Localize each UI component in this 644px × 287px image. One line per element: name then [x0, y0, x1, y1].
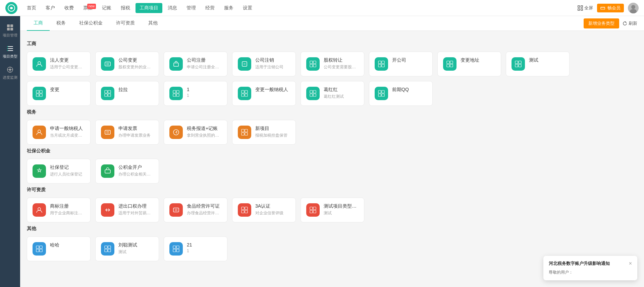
- tab-license[interactable]: 许可资质: [109, 16, 142, 31]
- card-title: 公积金开户: [118, 164, 153, 170]
- nav-operations[interactable]: 经营: [201, 3, 219, 13]
- refresh-button[interactable]: 刷新: [623, 20, 637, 26]
- card-provident-fund-account[interactable]: 公积金开户 办理公积金相关业务: [95, 159, 159, 184]
- svg-rect-57: [176, 90, 179, 93]
- card-company-register[interactable]: 公司注册 申请公司注册全流程: [164, 52, 227, 76]
- card-icon-apply-taxpayer: [33, 126, 46, 139]
- card-ge-honghong[interactable]: 葛红红 葛红红测试: [301, 81, 364, 106]
- card-1[interactable]: 1 1: [164, 81, 227, 106]
- svg-rect-59: [176, 94, 179, 96]
- card-icon-trademark-register: [33, 203, 46, 217]
- sidebar-item-project-management[interactable]: 项目管理: [0, 20, 20, 41]
- tab-tax[interactable]: 税务: [50, 16, 72, 31]
- svg-rect-67: [313, 94, 316, 96]
- card-lala[interactable]: 拉拉: [95, 81, 159, 106]
- svg-rect-66: [310, 94, 313, 96]
- card-icon-company-register: [169, 57, 183, 71]
- card-social-insurance-register[interactable]: 社保登记 进行人员社保登记: [27, 159, 91, 184]
- svg-rect-48: [36, 90, 39, 93]
- card-liucong-test[interactable]: 刘聪测试 测试: [95, 236, 159, 261]
- nav-home[interactable]: 首页: [23, 3, 40, 13]
- card-title: 进出口权办理: [118, 203, 153, 209]
- card-import-export[interactable]: 进出口权办理 适用于对外贸易经营者: [95, 198, 159, 222]
- card-3a-certification[interactable]: 3A认证 对企业信誉评级: [232, 198, 296, 222]
- svg-rect-58: [173, 94, 176, 96]
- nav-tickets[interactable]: 票据 new: [79, 3, 97, 13]
- card-qianqi-qq[interactable]: 前期QQ: [369, 81, 433, 106]
- svg-rect-93: [313, 210, 316, 213]
- card-test[interactable]: 测试: [506, 52, 570, 76]
- svg-rect-43: [450, 64, 453, 67]
- svg-rect-26: [105, 62, 110, 66]
- svg-rect-92: [310, 210, 313, 213]
- tab-actions: 新增业务类型 刷新: [584, 18, 637, 28]
- card-desc: 适用于注销公司: [255, 64, 290, 70]
- card-change-taxpayer[interactable]: 变更一般纳税人: [232, 81, 296, 106]
- card-info-new-project: 新项目 报税加税控盘保管: [255, 126, 290, 138]
- card-company-change[interactable]: 公司变更 股权变更外的业务变更: [95, 52, 159, 76]
- sidebar-item-progress-monitor[interactable]: 进度监测: [0, 62, 20, 83]
- section-title-tax: 税务: [27, 109, 637, 115]
- vip-button[interactable]: 畅会员: [597, 4, 624, 12]
- card-icon-food-license: [169, 203, 183, 217]
- svg-rect-89: [245, 210, 248, 213]
- card-title: 税务报道+记账: [187, 126, 222, 132]
- card-open-company[interactable]: 开公司: [369, 52, 433, 76]
- card-company-cancel[interactable]: 公司注销 适用于注销公司: [232, 52, 296, 76]
- card-food-license[interactable]: 食品经营许可证 办理食品经营许可证: [164, 198, 227, 222]
- svg-rect-98: [105, 246, 107, 248]
- fullscreen-button[interactable]: 全屏: [578, 5, 593, 11]
- card-icon-change-taxpayer: [238, 87, 251, 100]
- card-test-project-type[interactable]: 测试项目类型目定义 测试: [301, 198, 364, 222]
- nav-service[interactable]: 服务: [220, 3, 237, 13]
- new-badge: new: [87, 4, 96, 9]
- card-tax-report-bookkeeping[interactable]: 税务报道+记账 拿到营业执照的新公司: [164, 120, 227, 145]
- card-icon-test: [512, 57, 525, 71]
- nav-industrial[interactable]: 工商项目: [136, 3, 162, 13]
- svg-rect-45: [519, 61, 521, 64]
- tab-industrial[interactable]: 工商: [27, 16, 50, 31]
- card-new-project[interactable]: 新项目 报税加税控盘保管: [232, 120, 296, 145]
- svg-rect-69: [382, 90, 384, 93]
- card-21[interactable]: 21 1: [164, 236, 227, 261]
- user-avatar[interactable]: [628, 3, 639, 13]
- avatar-image: [628, 3, 639, 13]
- svg-rect-49: [40, 90, 42, 93]
- add-business-type-button[interactable]: 新增业务类型: [584, 18, 619, 28]
- nav-messages[interactable]: 消息: [164, 3, 181, 13]
- app-logo[interactable]: [5, 2, 17, 14]
- nav-bookkeeping[interactable]: 记账: [98, 3, 115, 13]
- card-equity-transfer[interactable]: 股权转让 公司变更需要股权转让: [301, 52, 364, 76]
- tab-other[interactable]: 其他: [142, 16, 164, 31]
- nav-settings[interactable]: 设置: [239, 3, 256, 13]
- card-title: 食品经营许可证: [187, 203, 222, 209]
- nav-tax[interactable]: 报税: [117, 3, 134, 13]
- card-info-legal-change: 法人变更 适用于公司变更法人: [50, 57, 85, 70]
- notif-close-button[interactable]: ×: [629, 261, 632, 267]
- card-info-lala: 拉拉: [118, 87, 153, 94]
- card-info-qianqi-qq: 前期QQ: [392, 87, 427, 94]
- svg-rect-42: [447, 64, 449, 67]
- card-icon-liucong-test: [101, 242, 114, 256]
- refresh-icon: [623, 21, 627, 26]
- svg-rect-29: [174, 63, 178, 66]
- svg-rect-71: [382, 94, 384, 96]
- svg-rect-11: [7, 28, 10, 30]
- card-apply-taxpayer[interactable]: 申请一般纳税人 当月或次月成变更完成: [27, 120, 91, 145]
- card-desc: 对企业信誉评级: [255, 210, 290, 216]
- card-change[interactable]: 变更: [27, 81, 91, 106]
- card-trademark-register[interactable]: 商标注册 用于企业商标注册服务: [27, 198, 91, 222]
- card-change-address[interactable]: 变更地址: [437, 52, 501, 76]
- nav-management[interactable]: 管理: [182, 3, 200, 13]
- svg-rect-55: [108, 94, 111, 96]
- card-icon-ge-honghong: [306, 87, 320, 100]
- tab-social-insurance[interactable]: 社保公积金: [72, 16, 109, 31]
- card-haha[interactable]: 哈哈: [27, 236, 91, 261]
- sidebar-item-project-type[interactable]: 项目类型: [0, 41, 20, 62]
- card-legal-change[interactable]: 法人变更 适用于公司变更法人: [27, 52, 91, 76]
- nav-billing[interactable]: 收费: [60, 3, 78, 13]
- card-apply-invoice[interactable]: 申请发票 办理申请发票业务: [95, 120, 159, 145]
- nav-customer[interactable]: 客户: [42, 3, 59, 13]
- svg-rect-79: [241, 133, 244, 135]
- svg-rect-33: [313, 61, 316, 64]
